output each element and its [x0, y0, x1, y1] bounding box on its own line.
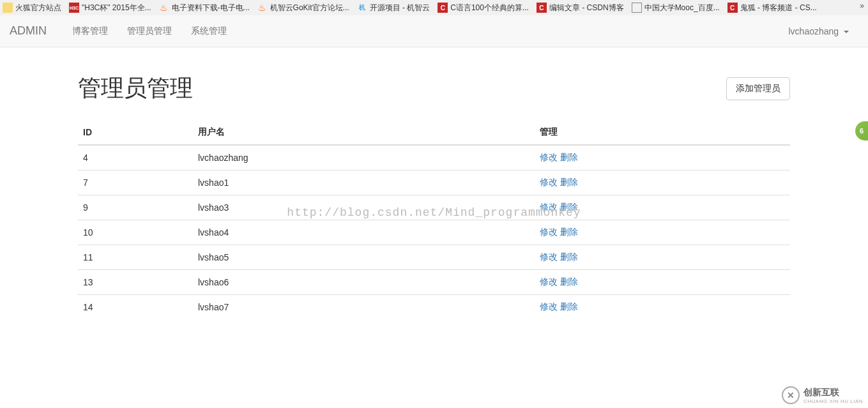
bookmark-label: 编辑文章 - CSDN博客	[549, 3, 624, 13]
table-row: 11lvshao5修改 删除	[78, 245, 790, 270]
bookmark-item[interactable]: C鬼狐 - 博客频道 - CS...	[727, 3, 817, 13]
image-icon	[632, 3, 642, 13]
bookmark-item[interactable]: 中国大学Mooc_百度...	[632, 3, 720, 13]
cell-id: 13	[78, 270, 193, 295]
edit-link[interactable]: 修改	[540, 152, 558, 162]
table-row: 13lvshao6修改 删除	[78, 270, 790, 295]
user-dropdown[interactable]: lvchaozhang	[779, 17, 858, 46]
nav-link-0[interactable]: 博客管理	[63, 16, 118, 47]
cell-id: 11	[78, 245, 193, 270]
delete-link[interactable]: 删除	[560, 152, 578, 162]
edit-link[interactable]: 修改	[540, 301, 558, 312]
bookmark-item[interactable]: ♨电子资料下载-电子电...	[159, 3, 250, 13]
h3c-icon: H3C	[69, 3, 79, 13]
table-row: 9lvshao3修改 删除	[78, 195, 790, 220]
cell-actions: 修改 删除	[535, 170, 790, 195]
folder-icon	[3, 3, 13, 13]
csdn-icon: C	[537, 3, 547, 13]
bookmark-label: "H3C杯" 2015年全...	[82, 3, 151, 13]
cell-username: lvshao1	[193, 170, 535, 195]
cell-id: 7	[78, 170, 193, 195]
edit-link[interactable]: 修改	[540, 227, 558, 237]
add-admin-button[interactable]: 添加管理员	[726, 77, 790, 100]
navbar: ADMIN 博客管理管理员管理系统管理 lvchaozhang	[0, 15, 868, 47]
corner-badge[interactable]: 6	[855, 121, 868, 140]
table-row: 7lvshao1修改 删除	[78, 170, 790, 195]
csdn-icon: C	[438, 3, 448, 13]
bookmark-label: 中国大学Mooc_百度...	[644, 3, 720, 13]
table-row: 10lvshao4修改 删除	[78, 220, 790, 245]
delete-link[interactable]: 删除	[560, 177, 578, 187]
th-manage: 管理	[535, 120, 790, 145]
th-username: 用户名	[193, 120, 535, 145]
bookmark-item[interactable]: C编辑文章 - CSDN博客	[537, 3, 624, 13]
cell-username: lvchaozhang	[193, 145, 535, 170]
edit-link[interactable]: 修改	[540, 276, 558, 287]
th-id: ID	[78, 120, 193, 145]
cell-actions: 修改 删除	[535, 270, 790, 295]
cell-actions: 修改 删除	[535, 295, 790, 320]
cell-username: lvshao7	[193, 295, 535, 320]
delete-link[interactable]: 删除	[560, 301, 578, 312]
bookmark-label: C语言100个经典的算...	[450, 3, 529, 13]
cell-id: 9	[78, 195, 193, 220]
cell-username: lvshao5	[193, 245, 535, 270]
delete-link[interactable]: 删除	[560, 276, 578, 287]
bookmark-item[interactable]: 机开源项目 - 机智云	[357, 3, 430, 13]
table-row: 4lvchaozhang修改 删除	[78, 145, 790, 170]
nav-link-1[interactable]: 管理员管理	[118, 16, 181, 47]
main-container: 管理员管理 添加管理员 ID 用户名 管理 4lvchaozhang修改 删除7…	[68, 73, 800, 319]
csdn-icon: C	[727, 3, 738, 13]
navbar-brand[interactable]: ADMIN	[10, 24, 56, 38]
bookmark-label: 火狐官方站点	[15, 3, 61, 13]
edit-link[interactable]: 修改	[540, 252, 558, 262]
cell-username: lvshao3	[193, 195, 535, 220]
delete-link[interactable]: 删除	[560, 227, 578, 237]
cell-id: 10	[78, 220, 193, 245]
caret-down-icon	[844, 31, 849, 33]
cell-id: 14	[78, 295, 193, 320]
cell-actions: 修改 删除	[535, 220, 790, 245]
bookmark-overflow-icon[interactable]: »	[860, 1, 864, 10]
edit-link[interactable]: 修改	[540, 202, 558, 212]
delete-link[interactable]: 删除	[560, 252, 578, 262]
user-name: lvchaozhang	[788, 26, 839, 36]
fire-icon: ♨	[257, 3, 268, 13]
jizhiyun-icon: 机	[357, 3, 367, 13]
delete-link[interactable]: 删除	[560, 202, 578, 212]
cell-actions: 修改 删除	[535, 195, 790, 220]
bookmark-label: 开源项目 - 机智云	[370, 3, 430, 13]
nav-link-2[interactable]: 系统管理	[181, 16, 236, 47]
bookmark-label: 机智云GoKit官方论坛...	[270, 3, 349, 13]
bookmark-label: 鬼狐 - 博客频道 - CS...	[740, 3, 817, 13]
bookmark-item[interactable]: H3C"H3C杯" 2015年全...	[69, 3, 151, 13]
cell-username: lvshao6	[193, 270, 535, 295]
cell-id: 4	[78, 145, 193, 170]
admin-table: ID 用户名 管理 4lvchaozhang修改 删除7lvshao1修改 删除…	[78, 120, 790, 319]
table-row: 14lvshao7修改 删除	[78, 295, 790, 320]
page-title: 管理员管理	[78, 73, 193, 104]
cell-actions: 修改 删除	[535, 145, 790, 170]
cell-actions: 修改 删除	[535, 245, 790, 270]
bookmark-bar: 火狐官方站点H3C"H3C杯" 2015年全...♨电子资料下载-电子电...♨…	[0, 0, 868, 15]
cell-username: lvshao4	[193, 220, 535, 245]
fire-icon: ♨	[159, 3, 169, 13]
bookmark-label: 电子资料下载-电子电...	[172, 3, 250, 13]
bookmark-item[interactable]: CC语言100个经典的算...	[438, 3, 529, 13]
bookmark-item[interactable]: ♨机智云GoKit官方论坛...	[257, 3, 349, 13]
bookmark-item[interactable]: 火狐官方站点	[3, 3, 61, 13]
edit-link[interactable]: 修改	[540, 177, 558, 187]
